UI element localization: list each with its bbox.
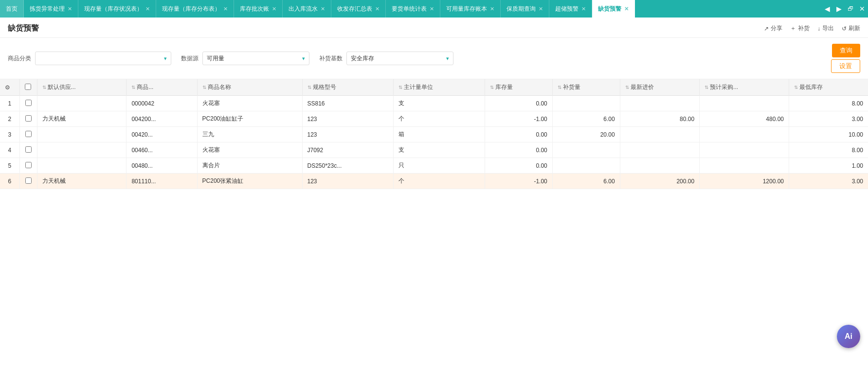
- tab-defect-abnormal[interactable]: 拣货异常处理 ✕: [24, 0, 78, 18]
- tab-shortage-warning[interactable]: 缺货预警 ✕: [592, 0, 635, 18]
- replenish-base-select[interactable]: 安全库存 ▾: [346, 52, 453, 65]
- row-supplier-2: 力天机械: [37, 111, 127, 127]
- settings-button[interactable]: 设置: [831, 59, 860, 73]
- row-spec-6: 123: [302, 174, 393, 189]
- row-supplier-4: [37, 142, 127, 158]
- datasource-filter-group: 数据源 可用量 ▾: [181, 52, 309, 65]
- replenish-base-chevron-icon: ▾: [446, 55, 449, 62]
- tab-expiry-query[interactable]: 保质期查询 ✕: [501, 0, 549, 18]
- tab-close-overstock-warning[interactable]: ✕: [581, 6, 586, 12]
- page-content: 缺货预警 ↗ 分享 ＋ 补货 ↓ 导出 ↺ 刷新 商品分类: [0, 18, 868, 387]
- tab-overstock-warning[interactable]: 超储预警 ✕: [549, 0, 592, 18]
- row-stock-2: -1.00: [485, 111, 552, 127]
- col-checkbox[interactable]: [19, 79, 37, 96]
- replenish-base-filter-group: 补货基数 安全库存 ▾: [319, 52, 453, 65]
- table-row: 5 00480... 离合片 DS250*23c... 只 0.00 1.00: [0, 158, 868, 174]
- tab-next-button[interactable]: ▶: [833, 0, 845, 18]
- tab-close-shortage-warning[interactable]: ✕: [624, 6, 629, 12]
- row-unit-3: 箱: [393, 127, 485, 142]
- row-replenish-3: 20.00: [552, 127, 620, 142]
- row-num-1: 1: [0, 96, 19, 111]
- row-supplier-1: [37, 96, 127, 111]
- row-estimated-2: 480.00: [700, 111, 789, 127]
- col-latest-price[interactable]: ⇅ 最新进价: [620, 79, 699, 96]
- col-gear[interactable]: ⚙: [0, 79, 19, 96]
- sort-icon: ⇅: [490, 85, 494, 90]
- row-checkbox-2[interactable]: [19, 111, 37, 127]
- select-all-checkbox[interactable]: [25, 84, 31, 90]
- col-replenish[interactable]: ⇅ 补货量: [552, 79, 620, 96]
- tab-close-defect-abnormal[interactable]: ✕: [68, 6, 72, 12]
- tab-close-inout-flow[interactable]: ✕: [321, 6, 325, 12]
- sort-icon: ⇅: [558, 85, 561, 90]
- tab-close-expiry-query[interactable]: ✕: [539, 6, 543, 12]
- tab-close-inventory-dist[interactable]: ✕: [223, 6, 228, 12]
- row-min-stock-4: 8.00: [789, 142, 868, 158]
- row-checkbox-3[interactable]: [19, 127, 37, 142]
- tab-inventory-status[interactable]: 现存量（库存状况表） ✕: [78, 0, 156, 18]
- query-button[interactable]: 查询: [832, 44, 860, 57]
- sort-icon: ⇅: [307, 85, 311, 90]
- col-min-stock[interactable]: ⇅ 最低库存: [789, 79, 868, 96]
- row-checkbox-5[interactable]: [19, 158, 37, 174]
- tab-inout-flow[interactable]: 出入库流水 ✕: [283, 0, 331, 18]
- tab-home[interactable]: 首页: [0, 0, 24, 18]
- sort-icon: ⇅: [625, 85, 629, 90]
- tab-close-batch-account[interactable]: ✕: [272, 6, 276, 12]
- datasource-label: 数据源: [181, 54, 199, 63]
- replenish-action[interactable]: ＋ 补货: [790, 24, 810, 33]
- row-checkbox-1[interactable]: [19, 96, 37, 111]
- ai-badge[interactable]: Ai: [837, 325, 860, 348]
- tab-close-order-stats[interactable]: ✕: [430, 6, 434, 12]
- tab-close-button[interactable]: ✕: [856, 0, 868, 18]
- tab-restore-button[interactable]: 🗗: [845, 0, 856, 18]
- refresh-action[interactable]: ↺ 刷新: [842, 24, 860, 33]
- datasource-select[interactable]: 可用量 ▾: [202, 52, 309, 65]
- row-checkbox-6[interactable]: [19, 174, 37, 189]
- row-replenish-2: 6.00: [552, 111, 620, 127]
- tab-available-ledger[interactable]: 可用量库存账本 ✕: [440, 0, 501, 18]
- row-stock-5: 0.00: [485, 158, 552, 174]
- table-row: 4 00460... 火花塞 J7092 支 0.00 8.00: [0, 142, 868, 158]
- row-latest-price-3: [620, 127, 699, 142]
- page-header: 缺货预警 ↗ 分享 ＋ 补货 ↓ 导出 ↺ 刷新: [0, 18, 868, 38]
- data-table: ⚙ ⇅ 默认供应... ⇅ 商品...: [0, 79, 868, 189]
- table-row: 1 0000042 火花塞 SS816 支 0.00 8.00: [0, 96, 868, 111]
- export-action[interactable]: ↓ 导出: [817, 24, 834, 33]
- col-product-name[interactable]: ⇅ 商品名称: [197, 79, 302, 96]
- row-num-3: 3: [0, 127, 19, 142]
- table-row: 6 力天机械 801110... PC200张紧油缸 123 个 -1.00 6…: [0, 174, 868, 189]
- row-stock-3: 0.00: [485, 127, 552, 142]
- row-name-4: 火花塞: [197, 142, 302, 158]
- tab-collect-summary[interactable]: 收发存汇总表 ✕: [331, 0, 386, 18]
- col-supplier[interactable]: ⇅ 默认供应...: [37, 79, 127, 96]
- row-min-stock-3: 10.00: [789, 127, 868, 142]
- col-product-code[interactable]: ⇅ 商品...: [127, 79, 197, 96]
- col-unit[interactable]: ⇅ 主计量单位: [393, 79, 485, 96]
- row-estimated-3: [700, 127, 789, 142]
- row-spec-2: 123: [302, 111, 393, 127]
- col-spec[interactable]: ⇅ 规格型号: [302, 79, 393, 96]
- row-checkbox-4[interactable]: [19, 142, 37, 158]
- row-latest-price-6: 200.00: [620, 174, 699, 189]
- row-estimated-1: [700, 96, 789, 111]
- tab-close-available-ledger[interactable]: ✕: [490, 6, 494, 12]
- share-action[interactable]: ↗ 分享: [764, 24, 782, 33]
- tab-close-inventory-status[interactable]: ✕: [145, 6, 150, 12]
- row-replenish-1: [552, 96, 620, 111]
- tab-batch-account[interactable]: 库存批次账 ✕: [234, 0, 283, 18]
- col-stock[interactable]: ⇅ 库存量: [485, 79, 552, 96]
- tab-close-collect-summary[interactable]: ✕: [375, 6, 380, 12]
- category-select[interactable]: ▾: [35, 52, 171, 65]
- filter-buttons: 查询 设置: [829, 44, 860, 73]
- tab-prev-button[interactable]: ◀: [821, 0, 833, 18]
- row-num-6: 6: [0, 174, 19, 189]
- row-num-4: 4: [0, 142, 19, 158]
- row-latest-price-4: [620, 142, 699, 158]
- tab-inventory-dist[interactable]: 现存量（库存分布表） ✕: [156, 0, 234, 18]
- tab-order-stats[interactable]: 要货单统计表 ✕: [386, 0, 440, 18]
- col-estimated-purchase[interactable]: ⇅ 预计采购...: [700, 79, 789, 96]
- refresh-icon: ↺: [842, 25, 847, 32]
- category-filter-group: 商品分类 ▾: [8, 52, 171, 65]
- sort-icon: ⇅: [794, 85, 798, 90]
